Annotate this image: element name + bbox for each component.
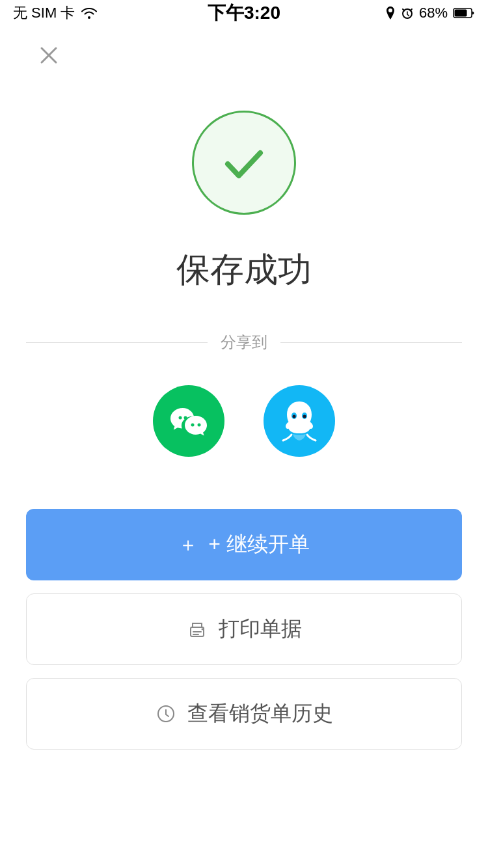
divider-line-left (26, 342, 208, 343)
wechat-icon (169, 403, 209, 439)
history-label: 查看销货单历史 (187, 699, 333, 728)
svg-point-16 (202, 629, 204, 631)
svg-point-5 (179, 416, 182, 420)
status-right: 68% (385, 5, 475, 21)
main-content: 保存成功 分享到 (0, 26, 488, 868)
action-buttons: ＋ + 继续开单 打印单据 查看销货单历史 (26, 509, 462, 750)
battery-icon (453, 7, 475, 19)
wifi-icon (81, 7, 97, 19)
svg-rect-2 (455, 10, 467, 17)
location-icon (385, 7, 396, 20)
close-btn-row (26, 26, 462, 72)
success-title: 保存成功 (176, 247, 312, 293)
history-button[interactable]: 查看销货单历史 (26, 678, 462, 750)
history-icon (155, 703, 177, 725)
share-divider: 分享到 (26, 332, 462, 353)
close-icon (39, 46, 59, 65)
print-label: 打印单据 (219, 615, 302, 644)
print-icon (186, 618, 208, 640)
svg-point-11 (293, 415, 296, 418)
alarm-icon (401, 7, 414, 20)
continue-label: + 继续开单 (208, 530, 310, 559)
share-label: 分享到 (221, 332, 267, 353)
qq-icon (280, 399, 319, 443)
continue-plus-icon: ＋ (178, 532, 198, 558)
divider-line-right (280, 342, 462, 343)
svg-point-8 (198, 424, 201, 427)
checkmark-icon (218, 137, 270, 189)
svg-point-6 (184, 416, 187, 420)
svg-point-7 (191, 424, 195, 427)
status-left: 无 SIM 卡 (13, 3, 97, 23)
continue-button[interactable]: ＋ + 继续开单 (26, 509, 462, 580)
close-button[interactable] (33, 39, 65, 72)
battery-text: 68% (419, 5, 448, 21)
svg-point-12 (303, 415, 306, 418)
wechat-share-button[interactable] (153, 385, 224, 457)
svg-rect-15 (193, 634, 199, 635)
status-bar: 无 SIM 卡 下午3:20 68% (0, 0, 488, 26)
svg-rect-14 (193, 631, 202, 632)
share-icons-row (153, 385, 335, 457)
no-sim-text: 无 SIM 卡 (13, 3, 75, 23)
status-time: 下午3:20 (208, 1, 280, 25)
qq-share-button[interactable] (264, 385, 335, 457)
print-button[interactable]: 打印单据 (26, 593, 462, 665)
success-circle (192, 111, 296, 215)
